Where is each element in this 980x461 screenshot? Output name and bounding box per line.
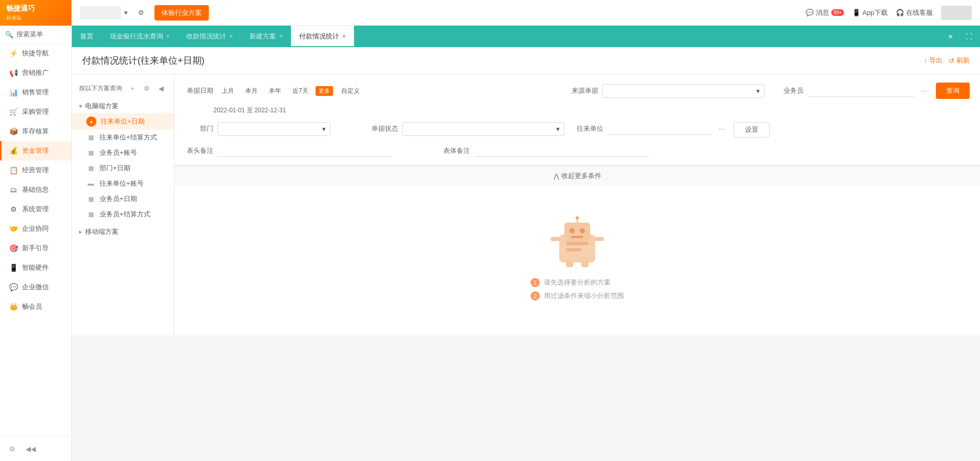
- sidebar-search-btn[interactable]: 🔍 搜索菜单: [0, 26, 71, 44]
- sidebar-item-enterprise[interactable]: 🤝 企业协同: [0, 219, 71, 238]
- online-service-btn[interactable]: 🎧 在线客服: [896, 8, 933, 17]
- sidebar-item-marketing[interactable]: 📢 营销推广: [0, 63, 71, 83]
- manage-plan-btn[interactable]: ⚙: [141, 83, 152, 94]
- plan-item-unit-settle[interactable]: ▦ 往来单位+结算方式: [72, 130, 174, 145]
- sidebar-item-purchase[interactable]: 🛒 采购管理: [0, 102, 71, 122]
- sidebar-item-sales[interactable]: 📊 销售管理: [0, 83, 71, 102]
- plan-group-mobile-label: 移动端方案: [85, 227, 119, 236]
- plan-item-staff-date[interactable]: ▦ 业务员+日期: [72, 191, 174, 207]
- fullscreen-btn[interactable]: ⛶: [962, 29, 976, 44]
- tab-receipts[interactable]: 收款情况统计 ×: [178, 26, 241, 47]
- query-btn[interactable]: 查询: [936, 83, 970, 99]
- tab-cash-flow-close[interactable]: ×: [166, 33, 170, 40]
- header-note-input[interactable]: [218, 145, 392, 157]
- plan-group-mobile-header[interactable]: ▸ 移动端方案: [72, 224, 174, 239]
- sidebar-item-label: 快捷导航: [22, 49, 49, 58]
- messages-label: 消息: [816, 8, 829, 17]
- sidebar-settings-btn[interactable]: ⚙: [5, 442, 19, 456]
- page-title: 付款情况统计(往来单位+日期): [82, 54, 205, 67]
- message-icon: 💬: [806, 9, 814, 16]
- plan-item-staff-settle[interactable]: ▦ 业务员+结算方式: [72, 207, 174, 222]
- sidebar-item-basic[interactable]: 🗂 基础信息: [0, 180, 71, 199]
- trial-btn[interactable]: 体验行业方案: [154, 5, 209, 21]
- doc-status-select[interactable]: ▾: [402, 122, 564, 136]
- filter-col-header-note: 表头备注: [185, 145, 431, 157]
- step-1-badge: 1: [531, 278, 540, 287]
- collapse-bar: ⋀ 收起更多条件: [174, 166, 980, 186]
- filter-col-dept: 部门 ▾: [185, 122, 359, 136]
- body-note-input[interactable]: [474, 145, 649, 157]
- inventory-icon: 📦: [9, 127, 18, 136]
- partner-input[interactable]: [607, 123, 712, 135]
- sidebar-item-label: 基础信息: [22, 185, 49, 194]
- plan-bar-icon: ▬: [86, 179, 95, 188]
- filter-col-source: 来源单据 ▾: [570, 84, 765, 98]
- svg-rect-1: [564, 223, 590, 242]
- sidebar-item-inventory[interactable]: 📦 库存核算: [0, 122, 71, 141]
- export-icon: ↑: [924, 57, 928, 65]
- plan-chart-icon: ▦: [86, 148, 95, 157]
- export-btn[interactable]: ↑ 导出: [924, 56, 943, 65]
- sidebar-item-wechat[interactable]: 💬 企业微信: [0, 277, 71, 297]
- workspace-selector[interactable]: ▾: [80, 6, 128, 19]
- settings-gear-btn[interactable]: ⚙: [133, 5, 149, 21]
- date-custom-btn[interactable]: 自定义: [337, 85, 364, 97]
- refresh-btn[interactable]: ↺ 刷新: [949, 56, 970, 65]
- sidebar-item-label: 畅会员: [22, 302, 42, 311]
- tab-payments[interactable]: 付款情况统计 ×: [291, 26, 354, 47]
- plan-item-staff-account[interactable]: ▦ 业务员+账号: [72, 145, 174, 161]
- tab-payments-close[interactable]: ×: [342, 33, 346, 40]
- partner-dots-btn[interactable]: ···: [718, 125, 724, 133]
- wechat-icon: 💬: [9, 283, 18, 292]
- plan-item-unit-account[interactable]: ▬ 往来单位+账号: [72, 176, 174, 191]
- sidebar-item-member[interactable]: 👑 畅会员: [0, 297, 71, 316]
- tab-home[interactable]: 首页: [72, 26, 102, 47]
- active-plan-indicator: ●: [86, 116, 96, 127]
- close-all-tabs-btn[interactable]: ✕: [943, 29, 957, 44]
- collapse-panel-btn[interactable]: ◀: [155, 83, 167, 94]
- tab-new-plan[interactable]: 新建方案 ×: [241, 26, 291, 47]
- salesperson-input[interactable]: [808, 85, 914, 97]
- sidebar-item-quick-nav[interactable]: ⚡ 快捷导航: [0, 44, 71, 63]
- date-more-btn[interactable]: 更多: [316, 86, 333, 96]
- guide-icon: 🎯: [9, 244, 18, 253]
- tab-new-plan-close[interactable]: ×: [279, 33, 283, 40]
- sidebar-item-system[interactable]: ⚙ 系统管理: [0, 199, 71, 219]
- settings-btn[interactable]: 设置: [734, 122, 770, 137]
- sidebar-subtitle: 标准版: [6, 14, 35, 22]
- sidebar-item-finance[interactable]: 💰 资金管理: [0, 141, 71, 161]
- date-this-year[interactable]: 本年: [265, 85, 285, 97]
- salesperson-dots-btn[interactable]: ···: [920, 87, 927, 95]
- svg-rect-4: [571, 236, 583, 238]
- quick-nav-icon: ⚡: [9, 49, 18, 58]
- date-this-month[interactable]: 本月: [241, 85, 262, 97]
- add-plan-btn[interactable]: +: [127, 83, 138, 94]
- plan-item-dept-date[interactable]: ▦ 部门+日期: [72, 161, 174, 176]
- messages-btn[interactable]: 💬 消息 99+: [806, 8, 844, 17]
- sidebar-collapse-btn[interactable]: ◀◀: [24, 442, 38, 456]
- sidebar-item-label: 系统管理: [22, 205, 49, 214]
- avatar-area[interactable]: [941, 6, 972, 20]
- plan-item-unit-date[interactable]: ● 往来单位+日期: [72, 113, 174, 130]
- tab-cash-flow-label: 现金银行流水查询: [110, 32, 163, 41]
- tab-cash-flow[interactable]: 现金银行流水查询 ×: [102, 26, 178, 47]
- sidebar-item-operation[interactable]: 📋 经营管理: [0, 161, 71, 180]
- filter-col-salesperson: 业务员 ··· 查询: [775, 83, 970, 99]
- dept-select[interactable]: ▾: [218, 122, 330, 136]
- app-download-btn[interactable]: 📱 App下载: [852, 8, 888, 17]
- collapse-conditions-btn[interactable]: ⋀ 收起更多条件: [554, 171, 601, 181]
- plan-group-pc-header[interactable]: ▾ 电脑端方案: [72, 99, 174, 113]
- date-last-month[interactable]: 上月: [218, 85, 238, 97]
- empty-step-1-label: 请先选择要分析的方案: [544, 278, 611, 287]
- sidebar: 畅捷通巧 标准版 🔍 搜索菜单 ⚡ 快捷导航 📢 营销推广 📊 销售管理 🛒 采…: [0, 0, 72, 461]
- date-7days[interactable]: 近7天: [288, 85, 312, 97]
- service-icon: 🎧: [896, 9, 904, 16]
- sidebar-item-guide[interactable]: 🎯 新手引导: [0, 238, 71, 258]
- operation-icon: 📋: [9, 166, 18, 175]
- sidebar-item-label: 采购管理: [22, 107, 49, 116]
- tab-receipts-close[interactable]: ×: [229, 33, 233, 40]
- partner-filter-label: 往来单位: [575, 124, 603, 133]
- sidebar-item-hardware[interactable]: 📱 智能硬件: [0, 258, 71, 277]
- finance-icon: 💰: [9, 146, 18, 155]
- source-select[interactable]: ▾: [602, 84, 765, 98]
